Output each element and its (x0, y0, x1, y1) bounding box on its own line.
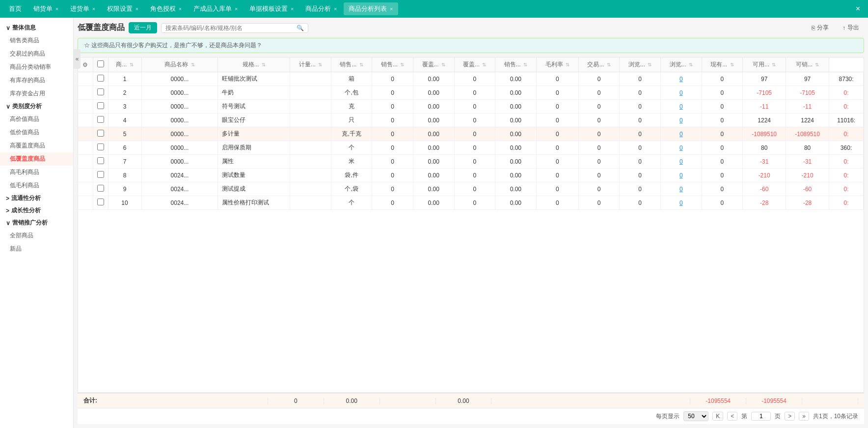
sidebar-section-growth[interactable]: > 成长性分析 (0, 204, 73, 217)
col-coverage2[interactable]: 覆盖... ⇅ (454, 57, 495, 72)
search-icon[interactable]: 🔍 (297, 25, 304, 31)
row-settings[interactable] (78, 141, 93, 155)
data-table-container[interactable]: ⚙ 商... ⇅ 商品名称 ⇅ 规格... ⇅ 计量... ⇅ 销售... ⇅ … (78, 57, 864, 393)
sidebar-section-category[interactable]: ∨ 类别度分析 (0, 100, 73, 113)
nav-product-inbound[interactable]: 产成品入库单 × (189, 2, 243, 15)
prev-page-button[interactable]: < (727, 412, 737, 421)
nav-close-sales[interactable]: × (55, 6, 58, 12)
col-unit[interactable]: 计量... ⇅ (290, 57, 331, 72)
nav-close-template[interactable]: × (291, 6, 294, 12)
sidebar-section-overall[interactable]: ∨ 整体信息 (0, 22, 73, 34)
select-all-checkbox[interactable] (97, 60, 104, 67)
row-settings[interactable] (78, 100, 93, 114)
row-settings[interactable] (78, 169, 93, 182)
sidebar-item-low-value[interactable]: 低价值商品 (0, 126, 73, 139)
row-settings[interactable] (78, 196, 93, 210)
col-browse2[interactable]: 浏览... ⇅ (661, 57, 702, 72)
page-number-input[interactable] (751, 412, 771, 421)
row-settings[interactable] (78, 155, 93, 169)
row-select-checkbox[interactable] (97, 157, 104, 164)
row-browse1[interactable]: 0 (661, 127, 702, 141)
sidebar-item-all-goods[interactable]: 全部商品 (0, 229, 73, 242)
row-settings[interactable] (78, 72, 93, 86)
first-page-button[interactable]: K (712, 412, 723, 421)
row-browse1[interactable]: 0 (661, 155, 702, 169)
sidebar-item-category-rate[interactable]: 商品分类动销率 (0, 60, 73, 74)
col-spec[interactable]: 规格... ⇅ (218, 57, 290, 72)
row-browse1[interactable]: 0 (661, 100, 702, 114)
row-browse1[interactable]: 0 (661, 72, 702, 86)
row-select-checkbox[interactable] (97, 116, 104, 123)
sidebar-item-high-coverage[interactable]: 高覆盖度商品 (0, 139, 73, 152)
sidebar-item-in-stock[interactable]: 有库存的商品 (0, 74, 73, 87)
row-browse1[interactable]: 0 (661, 114, 702, 127)
row-select-checkbox[interactable] (97, 171, 104, 178)
col-sales-qty[interactable]: 销售... ⇅ (331, 57, 372, 72)
row-settings[interactable] (78, 182, 93, 196)
row-browse1[interactable]: 0 (661, 169, 702, 182)
nav-sales-order[interactable]: 销货单 × (28, 2, 63, 15)
row-settings[interactable] (78, 114, 93, 127)
row-settings[interactable] (78, 86, 93, 100)
row-select-checkbox[interactable] (97, 75, 104, 82)
nav-home[interactable]: 首页 (4, 2, 27, 15)
nav-role-auth[interactable]: 角色授权 × (145, 2, 187, 15)
row-available-stock: 97 (786, 72, 829, 86)
col-coverage1[interactable]: 覆盖... ⇅ (413, 57, 454, 72)
col-sales-amount[interactable]: 销售... ⇅ (372, 57, 413, 72)
row-browse1[interactable]: 0 (661, 141, 702, 155)
last-page-button[interactable]: » (799, 412, 809, 421)
nav-close-inbound[interactable]: × (235, 6, 238, 12)
col-saleable[interactable]: 可销... ⇅ (786, 57, 829, 72)
per-page-select[interactable]: 50 100 200 (683, 411, 708, 421)
next-page-button[interactable]: > (785, 412, 795, 421)
nav-close-permission[interactable]: × (136, 6, 138, 12)
nav-close-role[interactable]: × (179, 6, 182, 12)
sidebar-item-new-goods[interactable]: 新品 (0, 242, 73, 256)
sidebar-item-capital[interactable]: 库存资金占用 (0, 87, 73, 100)
window-close-button[interactable]: × (852, 4, 864, 13)
row-browse1[interactable]: 0 (661, 182, 702, 196)
row-select-checkbox[interactable] (97, 143, 104, 150)
row-settings[interactable] (78, 127, 93, 141)
col-available-stock[interactable]: 可用... ⇅ (743, 57, 786, 72)
nav-close-analysis[interactable]: × (334, 6, 337, 12)
footer-current-stock: -1095554 (690, 398, 746, 404)
share-button[interactable]: ⎘ 分享 (807, 22, 834, 34)
nav-purchase-order[interactable]: 进货单 × (65, 2, 100, 15)
sidebar-section-circulation[interactable]: > 流通性分析 (0, 192, 73, 204)
search-input[interactable] (165, 25, 297, 31)
sidebar-item-high-margin[interactable]: 高毛利商品 (0, 166, 73, 179)
nav-close-purchase[interactable]: × (92, 6, 95, 12)
section-arrow-category: ∨ (6, 103, 10, 110)
row-current-stock: -11 (743, 100, 786, 114)
nav-product-analysis[interactable]: 商品分析 × (300, 2, 342, 15)
nav-permission[interactable]: 权限设置 × (102, 2, 143, 15)
col-current-stock[interactable]: 现有... ⇅ (702, 57, 743, 72)
sidebar-item-traded-goods[interactable]: 交易过的商品 (0, 47, 73, 60)
row-select-checkbox[interactable] (97, 102, 104, 109)
export-button[interactable]: ↑ 导出 (838, 22, 864, 34)
row-select-checkbox[interactable] (97, 185, 104, 192)
row-select-checkbox[interactable] (97, 130, 104, 137)
nav-template-settings[interactable]: 单据模板设置 × (244, 2, 298, 15)
sidebar-item-sales-goods[interactable]: 销售类商品 (0, 34, 73, 47)
row-browse1[interactable]: 0 (661, 86, 702, 100)
col-browse1[interactable]: 浏览... ⇅ (620, 57, 661, 72)
row-select-checkbox[interactable] (97, 199, 104, 205)
nav-product-analysis-list[interactable]: 商品分析列表 × (344, 2, 398, 15)
nav-close-analysis-list[interactable]: × (390, 6, 393, 12)
sidebar-item-low-margin[interactable]: 低毛利商品 (0, 179, 73, 192)
col-name[interactable]: 商品名称 ⇅ (141, 57, 218, 72)
date-filter-recent-month[interactable]: 近一月 (129, 22, 157, 33)
col-sales3[interactable]: 销售... ⇅ (495, 57, 537, 72)
sidebar-collapse-button[interactable]: « (74, 49, 81, 69)
sidebar-section-marketing[interactable]: ∨ 营销推广分析 (0, 217, 73, 229)
sidebar-item-low-coverage[interactable]: 低覆盖度商品 (0, 152, 73, 166)
sidebar-item-high-value[interactable]: 高价值商品 (0, 113, 73, 126)
col-transaction[interactable]: 交易... ⇅ (578, 57, 620, 72)
col-margin[interactable]: 毛利率 ⇅ (536, 57, 578, 72)
row-browse1[interactable]: 0 (661, 196, 702, 210)
row-select-checkbox[interactable] (97, 88, 104, 95)
col-code[interactable]: 商... ⇅ (108, 57, 141, 72)
